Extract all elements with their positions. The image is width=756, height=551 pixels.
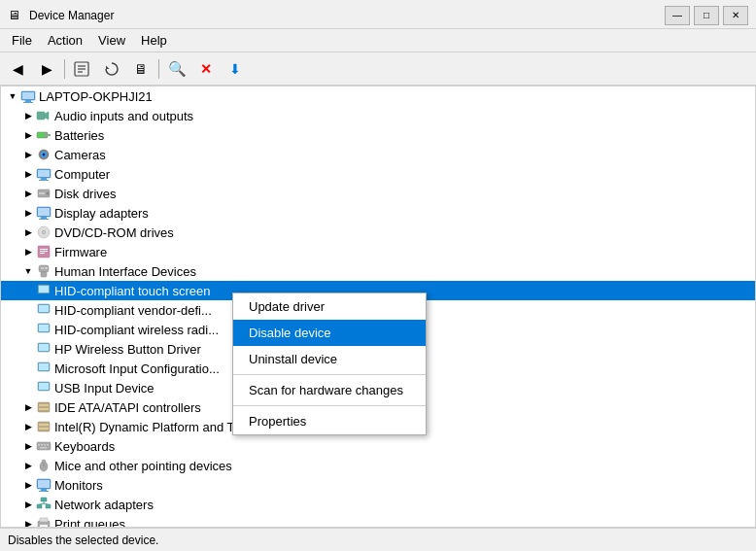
- batteries-label: Batteries: [54, 128, 104, 143]
- toolbar-scan[interactable]: 🔍: [163, 56, 190, 82]
- status-bar: Disables the selected device.: [0, 528, 756, 551]
- audio-label: Audio inputs and outputs: [54, 109, 193, 123]
- maximize-button[interactable]: □: [694, 6, 719, 25]
- tree-item-network[interactable]: ▶ Network adapters: [1, 495, 755, 514]
- close-button[interactable]: ✕: [723, 6, 748, 25]
- menu-help[interactable]: Help: [133, 31, 175, 50]
- audio-chevron: ▶: [20, 108, 36, 123]
- svg-rect-54: [38, 422, 50, 431]
- device-tree[interactable]: ▼ LAPTOP-OKPHJI21 ▶ Audio inputs and: [0, 86, 756, 528]
- svg-rect-57: [37, 442, 51, 450]
- cameras-chevron: ▶: [20, 147, 36, 162]
- menu-action[interactable]: Action: [40, 31, 90, 50]
- dvd-label: DVD/CD-ROM drives: [54, 225, 174, 240]
- svg-rect-61: [47, 444, 49, 446]
- svg-rect-68: [41, 489, 47, 491]
- svg-rect-37: [41, 267, 44, 269]
- context-menu-update-driver[interactable]: Update driver: [233, 293, 426, 320]
- toolbar-remove[interactable]: ✕: [192, 56, 220, 82]
- tree-item-cameras[interactable]: ▶ Cameras: [1, 145, 755, 164]
- tree-item-dvd[interactable]: ▶ DVD/CD-ROM drives: [1, 223, 755, 242]
- svg-rect-27: [39, 219, 49, 220]
- tree-item-computer[interactable]: ▶ Computer: [1, 164, 755, 184]
- svg-rect-40: [39, 286, 49, 293]
- svg-rect-77: [40, 518, 48, 522]
- context-menu-disable-device[interactable]: Disable device: [233, 320, 426, 346]
- context-menu-sep-2: [233, 405, 426, 406]
- toolbar-back[interactable]: ◀: [4, 56, 31, 82]
- menu-view[interactable]: View: [90, 31, 133, 50]
- title-bar: 🖥 Device Manager — □ ✕: [0, 0, 756, 29]
- svg-rect-71: [37, 504, 42, 508]
- batteries-chevron: ▶: [20, 127, 36, 143]
- cameras-label: Cameras: [54, 148, 106, 162]
- computer-label: Computer: [54, 167, 110, 182]
- monitors-label: Monitors: [54, 478, 103, 493]
- svg-rect-22: [39, 192, 45, 194]
- network-icon: [36, 497, 52, 512]
- keyboards-chevron: ▶: [20, 438, 36, 454]
- firmware-icon: [36, 244, 52, 259]
- touchscreen-label: HID-compliant touch screen: [54, 284, 210, 298]
- ms-label: Microsoft Input Configuratio...: [54, 362, 220, 376]
- tree-item-batteries[interactable]: ▶ Batteries: [1, 125, 755, 145]
- svg-rect-72: [46, 504, 51, 508]
- dvd-chevron: ▶: [20, 224, 36, 240]
- svg-rect-60: [44, 444, 46, 446]
- mice-chevron: ▶: [20, 458, 36, 473]
- svg-rect-59: [41, 444, 43, 446]
- tree-item-hid[interactable]: ▼ Human Interface Devices: [1, 261, 755, 281]
- display-label: Display adapters: [54, 206, 149, 221]
- audio-icon: [36, 108, 52, 123]
- ide-chevron: ▶: [20, 399, 36, 415]
- tree-item-disk[interactable]: ▶ Disk drives: [1, 184, 755, 203]
- svg-line-74: [40, 503, 45, 504]
- toolbar-refresh[interactable]: [98, 56, 125, 82]
- toolbar-forward[interactable]: ▶: [33, 56, 60, 82]
- tree-item-print[interactable]: ▶ Print queues: [1, 514, 755, 528]
- hp-icon: [36, 341, 52, 357]
- svg-rect-67: [38, 480, 50, 488]
- tree-item-mice[interactable]: ▶ Mice and other pointing devices: [1, 456, 755, 475]
- hid-chevron: ▼: [20, 263, 36, 279]
- context-menu-uninstall-device[interactable]: Uninstall device: [233, 346, 426, 372]
- svg-rect-50: [39, 383, 49, 390]
- tree-item-display[interactable]: ▶ Display adapters: [1, 203, 755, 223]
- svg-rect-58: [38, 444, 40, 446]
- disk-label: Disk drives: [54, 187, 117, 201]
- context-menu-properties[interactable]: Properties: [233, 408, 426, 434]
- keyboards-icon: [36, 438, 52, 454]
- tree-item-firmware[interactable]: ▶ Firmware: [1, 242, 755, 261]
- toolbar: ◀ ▶ 🖥 🔍 ✕ ⬇: [0, 52, 756, 86]
- ide-label: IDE ATA/ATAPI controllers: [54, 400, 201, 415]
- toolbar-update[interactable]: ⬇: [222, 56, 249, 82]
- svg-rect-19: [41, 178, 47, 180]
- svg-marker-4: [106, 65, 110, 69]
- network-chevron: ▶: [20, 497, 36, 512]
- window-controls: — □ ✕: [665, 6, 748, 25]
- wireless-icon: [36, 322, 52, 337]
- svg-rect-52: [39, 404, 49, 406]
- svg-rect-34: [40, 253, 45, 254]
- context-menu-scan[interactable]: Scan for hardware changes: [233, 377, 426, 403]
- toolbar-properties[interactable]: [69, 56, 96, 82]
- toolbar-screen[interactable]: 🖥: [127, 56, 155, 82]
- intel-icon: [36, 419, 52, 434]
- svg-rect-13: [38, 133, 44, 137]
- root-chevron: ▼: [5, 88, 20, 104]
- tree-item-keyboards[interactable]: ▶ Keyboards: [1, 436, 755, 456]
- tree-root[interactable]: ▼ LAPTOP-OKPHJI21: [1, 86, 755, 106]
- svg-rect-6: [25, 100, 31, 102]
- root-icon: [20, 88, 36, 104]
- intel-label: Intel(R) Dynamic Platform and T...: [54, 420, 244, 434]
- hid-label: Human Interface Devices: [54, 264, 196, 279]
- refresh-icon: [103, 60, 120, 78]
- svg-rect-8: [22, 92, 34, 99]
- disk-chevron: ▶: [20, 186, 36, 201]
- minimize-button[interactable]: —: [665, 6, 690, 25]
- hp-label: HP Wireless Button Driver: [54, 342, 201, 357]
- menu-file[interactable]: File: [4, 31, 40, 50]
- svg-rect-26: [41, 217, 47, 219]
- tree-item-monitors[interactable]: ▶ Monitors: [1, 475, 755, 495]
- tree-item-audio[interactable]: ▶ Audio inputs and outputs: [1, 106, 755, 125]
